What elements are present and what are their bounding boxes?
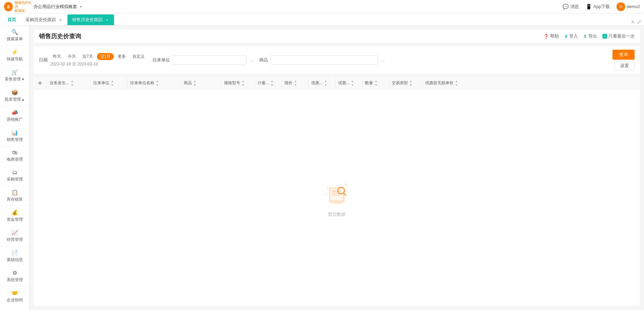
- query-button[interactable]: 查询: [612, 50, 635, 60]
- sort-discount2-icon: ▲▼: [351, 79, 354, 87]
- sort-quantity-icon: ▲▼: [374, 79, 378, 87]
- filter-actions: 查询 设置: [612, 50, 635, 70]
- th-spec[interactable]: 规格型号 ▲▼: [221, 77, 255, 89]
- th-discount1[interactable]: 优惠... ▲▼: [309, 77, 335, 89]
- sidebar-item-finance-mgmt[interactable]: 💰 资金管理: [0, 206, 29, 226]
- svg-point-10: [326, 194, 327, 195]
- date-btn-custom[interactable]: 自定义: [130, 53, 147, 60]
- message-button[interactable]: 💬 消息: [562, 4, 579, 10]
- date-range-display: 2023-02-18 至 2023-03-18: [50, 61, 147, 67]
- export-button[interactable]: ⬆ 导出: [583, 33, 597, 39]
- user-avatar: D: [616, 2, 625, 11]
- svg-rect-4: [332, 193, 338, 194]
- tab-purchase-history[interactable]: 采购历史价跟踪 ×: [21, 14, 67, 25]
- product-filter-group: 商品 ...: [259, 55, 385, 65]
- main-layout: 🔍 搜索菜单 ⚡ 快捷导航 🛒 零售管理 ▼ 📦 批发管理 ▲ 📣 营销推广: [0, 25, 644, 310]
- sidebar-item-ecom-mgmt[interactable]: 🛍 电商管理: [0, 146, 29, 166]
- tab-bar-right: × ⤢: [631, 19, 641, 25]
- tab-home[interactable]: 首页: [3, 14, 21, 25]
- tab-close-all-button[interactable]: ×: [631, 19, 634, 25]
- partner-filter-dots[interactable]: ...: [249, 57, 254, 63]
- retail-mgmt-icon: 🛒: [11, 69, 18, 75]
- product-filter-dots[interactable]: ...: [381, 57, 385, 63]
- sort-unit-icon: ▲▼: [270, 79, 274, 87]
- sort-pretax-price-icon: ▲▼: [455, 79, 458, 87]
- export-icon: ⬆: [583, 34, 587, 39]
- sidebar-item-search-menu[interactable]: 🔍 搜索菜单: [0, 25, 29, 46]
- sidebar-item-marketing[interactable]: 📣 营销推广: [0, 106, 29, 126]
- page-title: 销售历史价查询: [39, 32, 81, 40]
- table-area: ⚙ 业务发生... ▲▼ 往来单位 ▲▼ 往来单位名称 ▲▼ 商品 ▲▼: [34, 77, 640, 306]
- th-partner-name[interactable]: 往来单位名称 ▲▼: [127, 77, 181, 89]
- th-price[interactable]: 报价 ▲▼: [282, 77, 309, 89]
- wholesale-mgmt-icon: 📦: [11, 89, 18, 96]
- help-icon: ❓: [543, 34, 549, 39]
- tab-maximize-button[interactable]: ⤢: [637, 19, 641, 25]
- top-header: 6 畅捷信好生意 标题版 办公用品行业模拟账套 ▾ 💬 消息 📱 App下载 D…: [0, 0, 644, 13]
- filter-bar: 日期 昨天 今天 近7天 近1月 更多 自定义 2023-02-18 至 202…: [34, 46, 640, 74]
- date-btn-1month[interactable]: 近1月: [97, 53, 114, 60]
- th-quantity[interactable]: 数量 ▲▼: [362, 77, 389, 89]
- th-product[interactable]: 商品 ▲▼: [181, 77, 221, 89]
- table-settings-icon[interactable]: ⚙: [38, 81, 42, 86]
- import-icon: ⬇: [564, 34, 568, 39]
- th-discount2[interactable]: 优惠... ▲▼: [335, 77, 362, 89]
- system-mgmt-icon: ⚙: [12, 270, 17, 276]
- ecom-mgmt-icon: 🛍: [12, 150, 17, 156]
- only-last-checkbox[interactable]: ✓: [602, 34, 607, 39]
- retail-mgmt-label: 零售管理 ▼: [5, 76, 25, 82]
- sidebar-item-enterprise-collab[interactable]: 🤝 企业协同: [0, 287, 29, 307]
- date-btn-yesterday[interactable]: 昨天: [50, 53, 64, 60]
- th-unit[interactable]: 计量... ▲▼: [255, 77, 282, 89]
- table-body: 暂元数据: [34, 89, 640, 306]
- content-area: 销售历史价查询 ❓ 帮助 ⬇ 导入 ⬆ 导出 ✓ 只看最后一次: [30, 25, 644, 310]
- product-filter-label: 商品: [259, 57, 268, 63]
- header-dropdown-icon[interactable]: ▾: [80, 4, 82, 9]
- sidebar-item-sales-mgmt[interactable]: 📊 销售管理: [0, 126, 29, 146]
- empty-state: 暂元数据: [322, 178, 352, 217]
- th-partner-id[interactable]: 往来单位 ▲▼: [91, 77, 127, 89]
- sidebar-item-purchase-mgmt[interactable]: 🗂 采购管理: [0, 166, 29, 186]
- product-filter-input[interactable]: [271, 55, 378, 65]
- page-actions: ❓ 帮助 ⬇ 导入 ⬆ 导出 ✓ 只看最后一次: [543, 33, 635, 39]
- sidebar-item-inventory[interactable]: 📋 库存核算: [0, 186, 29, 206]
- date-btn-today[interactable]: 今天: [65, 53, 78, 60]
- tab-sales-history[interactable]: 销售历史价跟踪 ×: [67, 14, 114, 25]
- inventory-icon: 📋: [11, 189, 18, 196]
- th-pretax-price[interactable]: 优惠前无税单价 ▲▼: [423, 77, 640, 89]
- user-avatar-button[interactable]: D demo2: [616, 2, 640, 11]
- sidebar-item-system-mgmt[interactable]: ⚙ 系统管理: [0, 266, 29, 287]
- retail-mgmt-arrow: ▼: [21, 78, 25, 81]
- enterprise-collab-icon: 🤝: [11, 290, 18, 296]
- sidebar-item-operations-mgmt[interactable]: 📈 经营管理: [0, 226, 29, 246]
- partner-filter-input[interactable]: [173, 55, 247, 65]
- date-btn-7days[interactable]: 近7天: [80, 53, 96, 60]
- date-btn-more[interactable]: 更多: [115, 53, 128, 60]
- th-transaction-type[interactable]: 交易类型 ▲▼: [389, 77, 423, 89]
- date-buttons: 昨天 今天 近7天 近1月 更多 自定义: [50, 53, 147, 60]
- tab-purchase-history-close[interactable]: ×: [58, 17, 63, 22]
- tab-sales-history-close[interactable]: ×: [105, 17, 109, 22]
- header-right: 💬 消息 📱 App下载 D demo2: [562, 2, 640, 11]
- import-button[interactable]: ⬇ 导入: [564, 33, 578, 39]
- settings-button[interactable]: 设置: [614, 61, 635, 70]
- svg-point-9: [345, 184, 347, 186]
- marketing-icon: 📣: [11, 109, 18, 116]
- logo-area: 6 畅捷信好生意 标题版: [4, 1, 34, 13]
- sort-transaction-type-icon: ▲▼: [409, 79, 413, 87]
- sidebar: 🔍 搜索菜单 ⚡ 快捷导航 🛒 零售管理 ▼ 📦 批发管理 ▲ 📣 营销推广: [0, 25, 30, 310]
- sidebar-item-base-info[interactable]: 📄 基础信息: [0, 246, 29, 266]
- help-button[interactable]: ❓ 帮助: [543, 33, 559, 39]
- sidebar-item-quick-nav[interactable]: ⚡ 快捷导航: [0, 46, 29, 66]
- sales-mgmt-icon: 📊: [11, 130, 18, 136]
- wholesale-mgmt-label: 批发管理 ▲: [5, 97, 25, 102]
- sidebar-item-retail-mgmt[interactable]: 🛒 零售管理 ▼: [0, 66, 29, 86]
- sidebar-item-wholesale-mgmt[interactable]: 📦 批发管理 ▲: [0, 86, 29, 106]
- sidebar-item-beginner-guide[interactable]: 🧭 新手引导: [0, 307, 29, 310]
- table-header: ⚙ 业务发生... ▲▼ 往来单位 ▲▼ 往来单位名称 ▲▼ 商品 ▲▼: [34, 77, 640, 89]
- app-download-button[interactable]: 📱 App下载: [586, 4, 610, 10]
- only-last-checkbox-label[interactable]: ✓ 只看最后一次: [602, 33, 635, 39]
- th-biz-date[interactable]: 业务发生... ▲▼: [47, 77, 91, 89]
- th-settings[interactable]: ⚙: [34, 77, 47, 89]
- purchase-mgmt-icon: 🗂: [12, 169, 17, 175]
